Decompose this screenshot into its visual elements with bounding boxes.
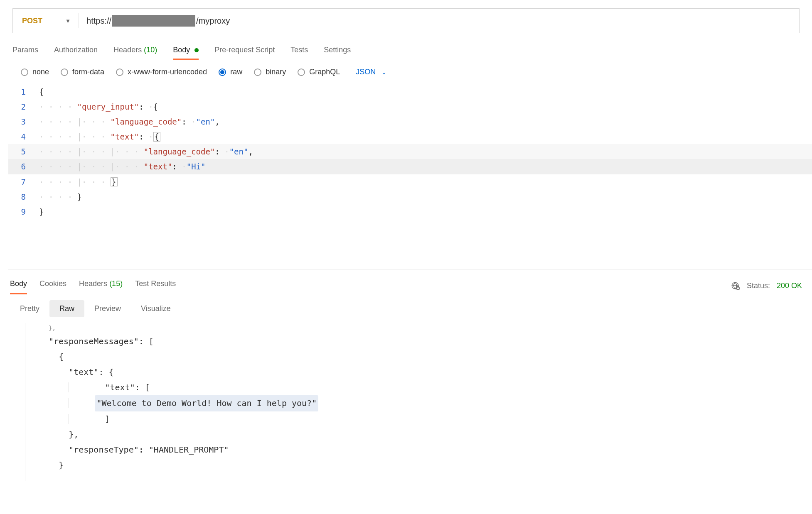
code-line: · · · · "query_input": ·{ bbox=[32, 99, 158, 114]
globe-lock-icon[interactable] bbox=[731, 281, 740, 291]
radio-icon bbox=[21, 69, 28, 76]
line-number: 7 bbox=[8, 174, 32, 189]
body-dirty-indicator-icon bbox=[194, 48, 199, 52]
response-body-viewer[interactable]: }, "responseMessages": [ { "text": { "te… bbox=[25, 323, 812, 481]
line-number: 9 bbox=[8, 204, 32, 219]
line-number: 8 bbox=[8, 189, 32, 204]
line-number: 1 bbox=[8, 84, 32, 99]
response-line: "text": { bbox=[49, 365, 812, 380]
radio-none[interactable]: none bbox=[21, 68, 49, 76]
url-suffix: /myproxy bbox=[196, 16, 230, 26]
radio-none-label: none bbox=[32, 68, 49, 76]
radio-binary-label: binary bbox=[266, 68, 286, 76]
tab-body[interactable]: Body bbox=[173, 43, 199, 60]
response-line: "text": [ bbox=[49, 380, 812, 395]
radio-formdata[interactable]: form-data bbox=[61, 68, 104, 76]
code-line: · · · · |· · · "language_code": ·"en", bbox=[32, 114, 220, 129]
response-line: { bbox=[49, 349, 812, 365]
radio-raw-label: raw bbox=[230, 68, 242, 76]
radio-xwww[interactable]: x-www-form-urlencoded bbox=[116, 68, 207, 76]
radio-formdata-label: form-data bbox=[72, 68, 104, 76]
request-tabs: Params Authorization Headers (10) Body P… bbox=[0, 43, 812, 60]
code-line: } bbox=[32, 204, 44, 219]
tab-headers-count: (10) bbox=[144, 46, 157, 54]
url-input[interactable]: https:// /myproxy bbox=[79, 15, 799, 27]
url-prefix: https:// bbox=[86, 16, 111, 26]
request-body-editor[interactable]: 1 { 2 · · · · "query_input": ·{ 3 · · · … bbox=[8, 84, 812, 269]
response-section: Body Cookies Headers (15) Test Results S… bbox=[0, 269, 812, 481]
method-select[interactable]: POST ▾ bbox=[13, 9, 79, 33]
code-line: · · · · } bbox=[32, 189, 82, 204]
request-bar: POST ▾ https:// /myproxy bbox=[12, 8, 800, 33]
radio-icon bbox=[219, 69, 226, 76]
subtab-preview[interactable]: Preview bbox=[84, 300, 131, 317]
response-line: }, bbox=[49, 427, 812, 442]
radio-graphql[interactable]: GraphQL bbox=[298, 68, 340, 76]
radio-icon bbox=[298, 69, 305, 76]
radio-icon bbox=[254, 69, 261, 76]
resp-tab-headers[interactable]: Headers (15) bbox=[79, 278, 123, 294]
tab-settings[interactable]: Settings bbox=[324, 43, 351, 60]
subtab-visualize[interactable]: Visualize bbox=[131, 300, 181, 317]
resp-tab-headers-count: (15) bbox=[109, 279, 123, 288]
tab-prerequest[interactable]: Pre-request Script bbox=[214, 43, 275, 60]
subtab-raw[interactable]: Raw bbox=[49, 300, 84, 317]
resp-tab-body[interactable]: Body bbox=[10, 278, 27, 294]
body-type-options: none form-data x-www-form-urlencoded raw… bbox=[0, 60, 812, 84]
chevron-down-icon: ⌄ bbox=[381, 69, 386, 76]
line-number: 5 bbox=[8, 144, 32, 159]
response-line: ] bbox=[49, 411, 812, 427]
code-line: · · · · |· · · "text": ·{ bbox=[32, 129, 160, 144]
response-line: "responseMessages": [ bbox=[49, 334, 812, 349]
subtab-pretty[interactable]: Pretty bbox=[10, 300, 49, 317]
method-label: POST bbox=[22, 17, 42, 25]
radio-icon bbox=[116, 69, 123, 76]
tab-tests[interactable]: Tests bbox=[290, 43, 308, 60]
response-line: "responseType": "HANDLER_PROMPT" bbox=[49, 442, 812, 458]
line-number: 3 bbox=[8, 114, 32, 129]
resp-tab-headers-label: Headers bbox=[79, 279, 107, 288]
response-line: "Welcome to Demo World! How can I help y… bbox=[49, 395, 812, 411]
line-number: 4 bbox=[8, 129, 32, 144]
radio-raw[interactable]: raw bbox=[219, 68, 242, 76]
tab-headers-label: Headers bbox=[113, 46, 142, 54]
response-status: Status: 200 OK bbox=[731, 281, 802, 291]
code-line: { bbox=[32, 84, 44, 99]
code-line: · · · · |· · · } bbox=[32, 174, 118, 189]
chevron-down-icon: ▾ bbox=[66, 17, 69, 24]
response-tabs: Body Cookies Headers (15) Test Results bbox=[10, 278, 176, 294]
tab-params[interactable]: Params bbox=[12, 43, 38, 60]
resp-tab-cookies[interactable]: Cookies bbox=[39, 278, 66, 294]
body-format-label: JSON bbox=[356, 68, 376, 76]
response-view-tabs: Pretty Raw Preview Visualize bbox=[0, 294, 812, 323]
resp-tab-testresults[interactable]: Test Results bbox=[135, 278, 176, 294]
tab-headers[interactable]: Headers (10) bbox=[113, 43, 157, 60]
tab-body-label: Body bbox=[173, 46, 190, 54]
code-line: · · · · |· · · |· · · "text": ·"Hi" bbox=[32, 159, 205, 174]
svg-rect-1 bbox=[737, 287, 739, 290]
radio-xwww-label: x-www-form-urlencoded bbox=[128, 68, 207, 76]
status-value: 200 OK bbox=[777, 281, 802, 290]
response-line: }, bbox=[49, 323, 812, 334]
code-line: · · · · |· · · |· · · "language_code": ·… bbox=[32, 144, 253, 159]
radio-icon bbox=[61, 69, 68, 76]
status-label: Status: bbox=[747, 281, 770, 290]
line-number: 6 bbox=[8, 159, 32, 174]
body-format-select[interactable]: JSON ⌄ bbox=[356, 68, 386, 76]
radio-binary[interactable]: binary bbox=[254, 68, 286, 76]
response-line: } bbox=[49, 458, 812, 473]
url-redacted bbox=[112, 15, 195, 27]
tab-authorization[interactable]: Authorization bbox=[54, 43, 98, 60]
radio-graphql-label: GraphQL bbox=[309, 68, 340, 76]
line-number: 2 bbox=[8, 99, 32, 114]
